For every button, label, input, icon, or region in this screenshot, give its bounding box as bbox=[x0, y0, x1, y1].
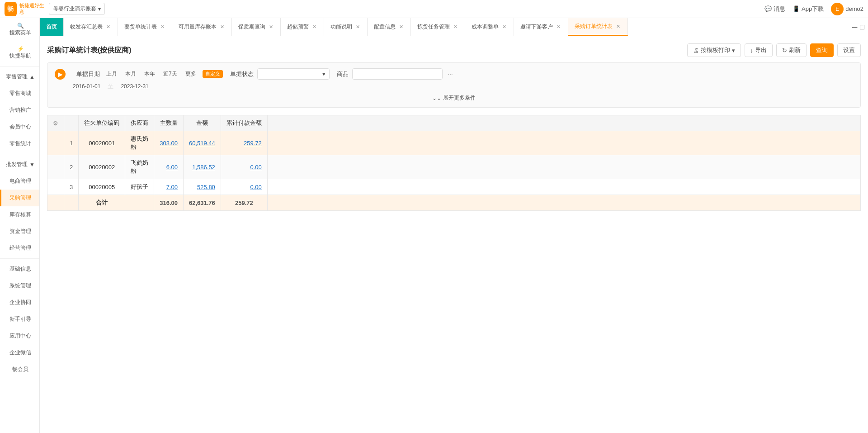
tab-minimize-button[interactable]: ─ bbox=[852, 23, 857, 31]
filter-toggle-button[interactable]: ▶ bbox=[55, 69, 66, 80]
row-amount[interactable]: 1,586.52 bbox=[184, 155, 221, 179]
table-row: 1 00020001 惠氏奶粉 303.00 60,519.44 259.72 bbox=[47, 131, 861, 155]
tab-overstock[interactable]: 超储预警 ✕ bbox=[281, 18, 324, 36]
sidebar-item-quicknav[interactable]: ⚡ 快捷导航 bbox=[0, 41, 39, 64]
table-row: 2 00020002 飞鹤奶粉 6.00 1,586.52 0.00 bbox=[47, 155, 861, 179]
sidebar-item-system[interactable]: 系统管理 bbox=[0, 277, 39, 294]
tab-purchase-stats[interactable]: 采购订单统计表 ✕ bbox=[568, 18, 628, 36]
goods-more-button[interactable]: ··· bbox=[446, 70, 455, 78]
tab-invite[interactable]: 邀请下游客户 ✕ bbox=[514, 18, 568, 36]
download-icon: 📱 bbox=[793, 5, 800, 12]
tab-stock[interactable]: 可用量库存账本 ✕ bbox=[172, 18, 232, 36]
shortcut-this-year[interactable]: 本年 bbox=[142, 69, 158, 79]
row-settings bbox=[47, 131, 64, 155]
table-row: 3 00020005 好孩子 7.00 525.80 0.00 bbox=[47, 179, 861, 195]
tab-close-picktask[interactable]: ✕ bbox=[453, 23, 458, 31]
shortcut-more[interactable]: 更多 bbox=[183, 69, 199, 79]
sidebar-item-appcenter[interactable]: 应用中心 bbox=[0, 328, 39, 344]
tab-close-overstock[interactable]: ✕ bbox=[311, 23, 317, 31]
sidebar-item-retail-stats[interactable]: 零售统计 bbox=[0, 135, 39, 152]
row-qty[interactable]: 7.00 bbox=[154, 179, 184, 195]
user-profile[interactable]: E demo2 bbox=[831, 3, 863, 15]
export-button[interactable]: ↓ 导出 bbox=[745, 43, 773, 57]
column-settings-icon[interactable]: ⚙ bbox=[53, 120, 58, 127]
refresh-button[interactable]: ↻ 刷新 bbox=[776, 43, 807, 57]
tab-maximize-button[interactable]: □ bbox=[860, 23, 864, 31]
date-badge[interactable]: 自定义 bbox=[203, 70, 223, 78]
tab-close-requisition[interactable]: ✕ bbox=[160, 23, 165, 31]
row-amount[interactable]: 60,519.44 bbox=[184, 131, 221, 155]
print-button[interactable]: 🖨 按模板打印 ▾ bbox=[687, 43, 741, 57]
query-button[interactable]: 查询 bbox=[810, 43, 834, 57]
footer-label: 合计 bbox=[79, 195, 125, 211]
tab-receive[interactable]: 收发存汇总表 ✕ bbox=[64, 18, 118, 36]
table-footer: 合计 316.00 62,631.76 259.72 bbox=[47, 195, 861, 211]
tab-close-invite[interactable]: ✕ bbox=[556, 23, 561, 31]
app-download-button[interactable]: 📱 App下载 bbox=[793, 5, 824, 13]
chevron-down-icon: ▾ bbox=[732, 47, 735, 54]
sidebar-item-member[interactable]: 会员中心 bbox=[0, 119, 39, 135]
tab-close-stock[interactable]: ✕ bbox=[219, 23, 225, 31]
date-filter-group: 单据日期 上月 本月 本年 近7天 更多 自定义 bbox=[76, 69, 223, 79]
row-code: 00020001 bbox=[79, 131, 125, 155]
row-qty[interactable]: 6.00 bbox=[154, 155, 184, 179]
workspace-selector[interactable]: 母婴行业演示账套 ▾ bbox=[49, 3, 105, 15]
tab-config[interactable]: 配置信息 ✕ bbox=[368, 18, 411, 36]
goods-input[interactable] bbox=[352, 68, 443, 80]
row-paid[interactable]: 0.00 bbox=[221, 155, 267, 179]
row-paid[interactable]: 0.00 bbox=[221, 179, 267, 195]
sidebar-item-guide[interactable]: 新手引导 bbox=[0, 311, 39, 328]
status-select[interactable]: ▾ bbox=[257, 68, 330, 80]
row-paid[interactable]: 259.72 bbox=[221, 131, 267, 155]
sidebar-item-inventory[interactable]: 库存核算 bbox=[0, 206, 39, 223]
sidebar-item-operation[interactable]: 经营管理 bbox=[0, 240, 39, 257]
expand-icon: ▼ bbox=[29, 162, 35, 168]
row-seq: 3 bbox=[64, 179, 79, 195]
tab-costadj[interactable]: 成本调整单 ✕ bbox=[465, 18, 514, 36]
page-title: 采购订单统计表(按供应商) bbox=[47, 46, 132, 55]
refresh-icon: ↻ bbox=[782, 47, 787, 54]
divider bbox=[0, 66, 39, 67]
tab-guide[interactable]: 功能说明 ✕ bbox=[324, 18, 368, 36]
message-button[interactable]: 💬 消息 bbox=[764, 5, 785, 13]
tab-close-expiry[interactable]: ✕ bbox=[268, 23, 274, 31]
status-filter-group: 单据状态 ▾ bbox=[230, 68, 330, 80]
sidebar-item-enterprise[interactable]: 企业协同 bbox=[0, 294, 39, 311]
expand-icon: ▲ bbox=[29, 74, 35, 80]
tab-close-purchase-stats[interactable]: ✕ bbox=[615, 23, 621, 30]
sidebar-item-marketing[interactable]: 营销推广 bbox=[0, 102, 39, 119]
settings-button[interactable]: 设置 bbox=[837, 43, 861, 57]
expand-filter-button[interactable]: ⌄⌄ 展开更多条件 bbox=[432, 94, 476, 102]
sidebar-item-purchase[interactable]: 采购管理 bbox=[0, 190, 39, 206]
shortcut-7days[interactable]: 近7天 bbox=[160, 69, 180, 79]
sidebar-item-retail-shop[interactable]: 零售商城 bbox=[0, 85, 39, 102]
row-qty[interactable]: 303.00 bbox=[154, 131, 184, 155]
tab-requisition[interactable]: 要货单统计表 ✕ bbox=[118, 18, 172, 36]
tab-bar-controls: ─ □ bbox=[849, 23, 868, 31]
sidebar-item-search[interactable]: 🔍 搜索英单 bbox=[0, 18, 39, 41]
sidebar-item-wechat[interactable]: 企业微信 bbox=[0, 344, 39, 361]
sidebar-item-basic[interactable]: 基础信息 bbox=[0, 261, 39, 277]
sidebar-item-retail[interactable]: 零售管理 ▲ bbox=[0, 68, 39, 85]
row-amount[interactable]: 525.80 bbox=[184, 179, 221, 195]
tab-home[interactable]: 首页 bbox=[40, 18, 64, 36]
row-code: 00020005 bbox=[79, 179, 125, 195]
tab-close-receive[interactable]: ✕ bbox=[105, 23, 111, 31]
row-supplier: 好孩子 bbox=[125, 179, 154, 195]
shortcut-last-month[interactable]: 上月 bbox=[104, 69, 120, 79]
sidebar-item-ecommerce[interactable]: 电商管理 bbox=[0, 173, 39, 190]
sidebar-item-vip[interactable]: 畅会员 bbox=[0, 361, 39, 378]
print-icon: 🖨 bbox=[693, 47, 699, 54]
footer-paid: 259.72 bbox=[221, 195, 267, 211]
footer-seq bbox=[64, 195, 79, 211]
tab-close-config[interactable]: ✕ bbox=[398, 23, 404, 31]
tab-expiry[interactable]: 保质期查询 ✕ bbox=[232, 18, 281, 36]
export-icon: ↓ bbox=[750, 47, 754, 54]
chevron-down-icon: ▾ bbox=[322, 71, 326, 77]
shortcut-this-month[interactable]: 本月 bbox=[123, 69, 139, 79]
tab-close-guide[interactable]: ✕ bbox=[355, 23, 361, 31]
tab-picktask[interactable]: 拣货任务管理 ✕ bbox=[411, 18, 465, 36]
sidebar-item-finance[interactable]: 资金管理 bbox=[0, 223, 39, 240]
tab-close-costadj[interactable]: ✕ bbox=[501, 23, 507, 31]
sidebar-item-wholesale[interactable]: 批发管理 ▼ bbox=[0, 156, 39, 173]
